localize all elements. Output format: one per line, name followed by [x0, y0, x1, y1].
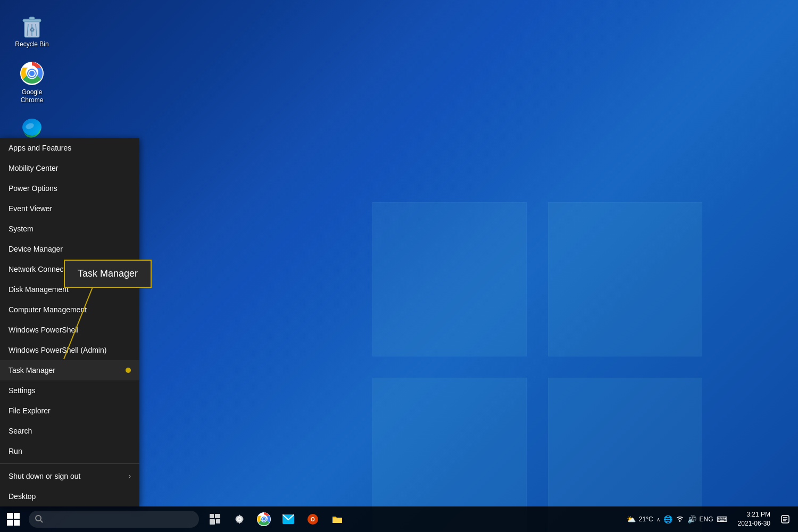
file-explorer-taskbar-button[interactable]: [326, 508, 349, 531]
google-chrome-icon[interactable]: Google Chrome: [11, 59, 53, 106]
office-taskbar-button[interactable]: O: [301, 508, 325, 531]
start-icon: [7, 513, 20, 526]
menu-item-apps-features[interactable]: Apps and Features: [0, 138, 139, 158]
menu-item-settings[interactable]: Settings: [0, 380, 139, 401]
recycle-bin-svg: ♻: [19, 13, 45, 38]
office-icon: O: [307, 513, 319, 525]
menu-item-power-options[interactable]: Power Options: [0, 178, 139, 198]
task-manager-tooltip: Task Manager: [64, 260, 152, 288]
temperature-label: 21°C: [639, 516, 653, 523]
task-view-button[interactable]: [203, 508, 227, 531]
recycle-bin-label: Recycle Bin: [15, 40, 48, 48]
taskbar-search-icon: [35, 515, 44, 523]
notification-button[interactable]: [777, 506, 794, 532]
taskbar: O ⛅ 21°C ∧ 🌐: [0, 506, 798, 532]
menu-item-event-viewer[interactable]: Event Viewer: [0, 198, 139, 219]
menu-item-search[interactable]: Search: [0, 421, 139, 441]
mail-icon: [282, 514, 294, 524]
menu-item-mobility-center[interactable]: Mobility Center: [0, 158, 139, 178]
taskbar-app-icons: O: [203, 508, 349, 531]
svg-rect-16: [7, 520, 13, 526]
speaker-icon[interactable]: 🔊: [687, 515, 696, 523]
clock[interactable]: 3:21 PM 2021-06-30: [734, 510, 775, 528]
folder-icon: [331, 513, 343, 525]
svg-rect-15: [14, 513, 20, 519]
chrome-svg: [19, 61, 45, 86]
network-icon[interactable]: 🌐: [663, 515, 672, 523]
weather-tray-icon[interactable]: ⛅: [627, 515, 636, 523]
svg-rect-2: [29, 17, 35, 20]
shut-down-arrow-icon: ›: [129, 472, 131, 480]
tooltip-arrow-line: [53, 279, 117, 364]
keyboard-icon[interactable]: ⌨: [717, 515, 727, 523]
recycle-bin-icon[interactable]: ♻ Recycle Bin: [11, 11, 53, 50]
clock-date: 2021-06-30: [738, 519, 770, 528]
svg-point-28: [263, 518, 265, 521]
menu-item-shut-down[interactable]: Shut down or sign out ›: [0, 466, 139, 486]
svg-text:♻: ♻: [29, 26, 35, 34]
chrome-taskbar-icon: [256, 512, 271, 527]
svg-rect-14: [7, 513, 13, 519]
svg-rect-21: [215, 514, 220, 518]
svg-line-19: [40, 520, 43, 522]
task-manager-dot: [126, 368, 131, 373]
chrome-label: Google Chrome: [13, 88, 51, 104]
menu-item-device-manager[interactable]: Device Manager: [0, 239, 139, 259]
wifi-svg-icon: [676, 514, 684, 522]
wifi-icon[interactable]: [676, 514, 684, 525]
taskbar-right: ⛅ 21°C ∧ 🌐 🔊 ENG: [622, 506, 798, 532]
system-tray: ⛅ 21°C ∧ 🌐 🔊 ENG: [622, 506, 732, 532]
clock-time: 3:21 PM: [746, 510, 770, 519]
svg-point-10: [29, 71, 35, 76]
gear-icon: [234, 514, 245, 525]
desktop-windows-logo: [372, 202, 702, 532]
svg-line-13: [64, 279, 96, 359]
svg-rect-17: [14, 520, 20, 526]
tray-expand-icon[interactable]: ∧: [656, 517, 660, 522]
svg-rect-20: [210, 514, 214, 518]
chrome-taskbar-button[interactable]: [252, 508, 276, 531]
svg-text:O: O: [311, 517, 315, 522]
language-icon[interactable]: ENG: [700, 516, 713, 523]
desktop: ♻ Recycle Bin Google Chro: [0, 0, 798, 532]
mail-taskbar-button[interactable]: [277, 508, 300, 531]
menu-separator: [0, 463, 139, 464]
menu-item-system[interactable]: System: [0, 219, 139, 239]
menu-item-run[interactable]: Run: [0, 441, 139, 461]
svg-rect-22: [210, 519, 215, 525]
menu-item-desktop[interactable]: Desktop: [0, 486, 139, 506]
svg-rect-23: [216, 519, 220, 523]
taskbar-search[interactable]: [29, 511, 199, 528]
start-button[interactable]: [0, 506, 27, 532]
menu-item-file-explorer[interactable]: File Explorer: [0, 401, 139, 421]
svg-point-18: [36, 516, 41, 521]
task-view-icon: [210, 514, 220, 525]
notification-icon: [781, 515, 789, 523]
settings-taskbar-button[interactable]: [228, 508, 251, 531]
